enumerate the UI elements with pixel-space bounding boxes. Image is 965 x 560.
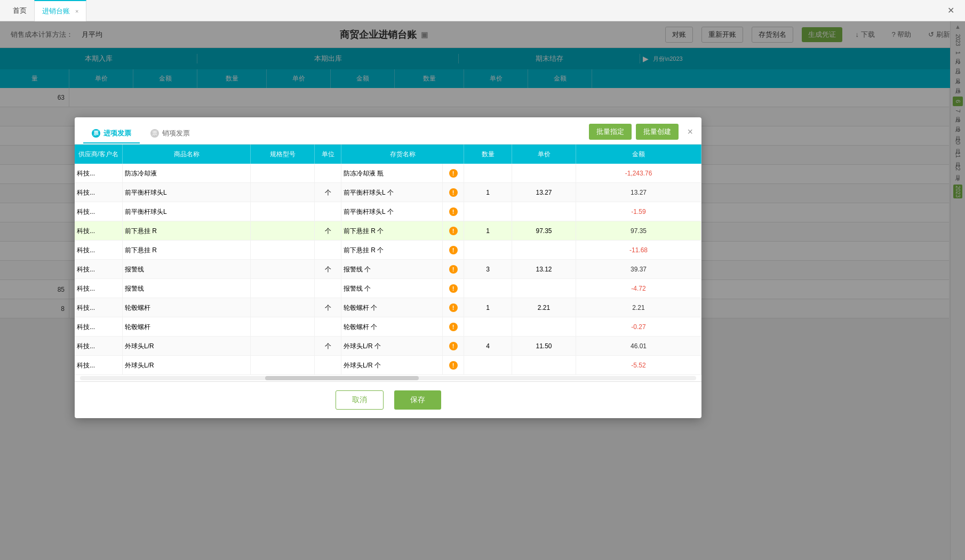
cell-product: 防冻冷却液	[123, 164, 251, 183]
cell-unit	[315, 279, 341, 298]
cell-supplier: 科技...	[75, 317, 123, 337]
table-row[interactable]: 科技... 前平衡杆球头L 前平衡杆球头L 个 ! -1.59	[75, 202, 701, 221]
batch-assign-button[interactable]: 批量指定	[589, 124, 632, 140]
cell-inventory: 防冻冷却液 瓶	[341, 164, 443, 183]
cell-amount: -1.59	[576, 202, 701, 221]
cell-spec	[251, 317, 315, 337]
cell-warning: !	[443, 279, 464, 298]
tab-purchase-invoice[interactable]: 票 进项发票	[83, 124, 140, 143]
cell-supplier: 科技...	[75, 202, 123, 221]
cell-supplier: 科技...	[75, 260, 123, 279]
cell-unit	[315, 356, 341, 375]
table-row[interactable]: 科技... 防冻冷却液 防冻冷却液 瓶 ! -1,243.76	[75, 164, 701, 183]
cell-quantity: 4	[464, 337, 512, 356]
cell-supplier: 科技...	[75, 164, 123, 183]
cell-amount: 46.01	[576, 337, 701, 356]
warning-icon: !	[449, 169, 458, 178]
save-button[interactable]: 保存	[394, 390, 441, 410]
cell-product: 外球头L/R	[123, 337, 251, 356]
cell-inventory: 前平衡杆球头L 个	[341, 202, 443, 221]
cell-amount: 97.35	[576, 221, 701, 241]
cell-quantity: 1	[464, 221, 512, 241]
window-close-btn[interactable]: ✕	[942, 3, 960, 18]
table-row[interactable]: 科技... 报警线 报警线 个 ! -4.72	[75, 279, 701, 298]
cell-amount: -1,243.76	[576, 164, 701, 183]
batch-create-button[interactable]: 批量创建	[636, 124, 679, 140]
cell-supplier: 科技...	[75, 221, 123, 241]
cell-unit-price	[512, 317, 576, 337]
modal-scrollbar[interactable]	[80, 376, 696, 380]
cell-amount: -5.52	[576, 356, 701, 375]
table-row[interactable]: 科技... 前下悬挂 R 前下悬挂 R 个 ! -11.68	[75, 241, 701, 260]
cell-amount: 39.37	[576, 260, 701, 279]
cell-unit-price: 97.35	[512, 221, 576, 241]
cell-product: 前平衡杆球头L	[123, 183, 251, 202]
table-row[interactable]: 科技... 轮毂螺杆 轮毂螺杆 个 ! -0.27	[75, 317, 701, 337]
tab-close[interactable]: ×	[75, 1, 78, 21]
cell-quantity: 1	[464, 183, 512, 202]
th-supplier: 供应商/客户名	[75, 145, 123, 164]
cell-quantity: 1	[464, 298, 512, 317]
tab-sales-invoice[interactable]: 票 销项发票	[142, 124, 198, 143]
cell-quantity	[464, 317, 512, 337]
cell-quantity: 3	[464, 260, 512, 279]
cell-product: 前平衡杆球头L	[123, 202, 251, 221]
cell-quantity	[464, 202, 512, 221]
cell-spec	[251, 202, 315, 221]
cell-unit-price: 11.50	[512, 337, 576, 356]
cell-supplier: 科技...	[75, 279, 123, 298]
cell-product: 轮毂螺杆	[123, 298, 251, 317]
th-inventory: 存货名称	[341, 145, 464, 164]
table-row[interactable]: 科技... 外球头L/R 外球头L/R 个 ! -5.52	[75, 356, 701, 375]
modal-footer: 取消 保存	[75, 381, 701, 418]
warning-icon: !	[449, 227, 458, 235]
warning-icon: !	[449, 303, 458, 312]
cell-spec	[251, 164, 315, 183]
cell-warning: !	[443, 356, 464, 375]
table-row[interactable]: 科技... 前下悬挂 R 个 前下悬挂 R 个 ! 1 97.35 97.35	[75, 221, 701, 241]
purchase-tab-icon: 票	[92, 129, 100, 138]
cell-unit: 个	[315, 298, 341, 317]
cell-product: 外球头L/R	[123, 356, 251, 375]
table-row[interactable]: 科技... 前平衡杆球头L 个 前平衡杆球头L 个 ! 1 13.27 13.2…	[75, 183, 701, 202]
table-row[interactable]: 科技... 报警线 个 报警线 个 ! 3 13.12 39.37	[75, 260, 701, 279]
cell-spec	[251, 241, 315, 260]
warning-icon: !	[449, 188, 458, 197]
cell-unit-price	[512, 279, 576, 298]
cell-supplier: 科技...	[75, 241, 123, 260]
cell-unit-price	[512, 241, 576, 260]
cell-product: 前下悬挂 R	[123, 221, 251, 241]
tab-home[interactable]: 首页	[5, 0, 34, 21]
main-area: 销售成本计算方法： 月平均 商贸企业进销台账 ▣ 对账 重新开账 存货别名 生成…	[0, 21, 965, 560]
th-quantity: 数量	[464, 145, 512, 164]
cell-amount: 2.21	[576, 298, 701, 317]
warning-icon: !	[449, 342, 458, 350]
cell-quantity	[464, 279, 512, 298]
cell-unit-price: 2.21	[512, 298, 576, 317]
cell-unit-price	[512, 356, 576, 375]
cell-warning: !	[443, 260, 464, 279]
cell-quantity	[464, 356, 512, 375]
cell-inventory: 外球头L/R 个	[341, 356, 443, 375]
modal-scrollbar-thumb[interactable]	[265, 376, 419, 380]
warning-icon: !	[449, 284, 458, 293]
cell-spec	[251, 260, 315, 279]
cell-supplier: 科技...	[75, 183, 123, 202]
cell-spec	[251, 337, 315, 356]
table-row[interactable]: 科技... 轮毂螺杆 个 轮毂螺杆 个 ! 1 2.21 2.21	[75, 298, 701, 317]
cell-amount: 13.27	[576, 183, 701, 202]
cell-unit-price: 13.27	[512, 183, 576, 202]
cell-spec	[251, 298, 315, 317]
table-row[interactable]: 科技... 外球头L/R 个 外球头L/R 个 ! 4 11.50 46.01	[75, 337, 701, 356]
modal-close-button[interactable]: ×	[687, 126, 693, 142]
modal-table-header: 供应商/客户名 商品名称 规格型号 单位 存货名称 数量 单价 金额	[75, 145, 701, 164]
modal-header-actions: 批量指定 批量创建	[589, 124, 679, 144]
cell-inventory: 外球头L/R 个	[341, 337, 443, 356]
modal-table-body: 科技... 防冻冷却液 防冻冷却液 瓶 ! -1,243.76 科技... 前平…	[75, 164, 701, 375]
cell-unit: 个	[315, 337, 341, 356]
cell-inventory: 报警线 个	[341, 260, 443, 279]
cancel-button[interactable]: 取消	[336, 390, 384, 410]
cell-product: 报警线	[123, 279, 251, 298]
tab-active[interactable]: 进销台账 ×	[34, 0, 86, 21]
cell-quantity	[464, 164, 512, 183]
